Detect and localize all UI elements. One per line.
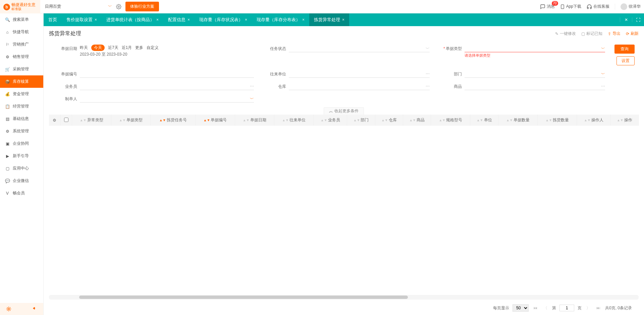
close-icon[interactable]: × <box>302 17 305 22</box>
close-icon[interactable]: × <box>187 17 190 22</box>
ellipsis-icon[interactable]: ⋯ <box>426 71 430 76</box>
maker-select[interactable] <box>80 95 254 103</box>
sidebar-item-marketing[interactable]: ⚐营销推广 <box>0 38 43 51</box>
setting-button[interactable]: 设置 <box>616 56 635 65</box>
sidebar-item-search-menu[interactable]: 🔍搜索菜单 <box>0 13 43 26</box>
tab-配置信息[interactable]: 配置信息× <box>163 13 195 26</box>
user-menu[interactable]: 徐泽华 <box>621 3 641 10</box>
tab-进货单统计表（按商品）[interactable]: 进货单统计表（按商品）× <box>102 13 163 26</box>
chevron-down-icon[interactable]: ﹀ <box>601 46 605 52</box>
store-selector[interactable]: 日用百货 ﹀ <box>45 4 112 9</box>
experience-plan-button[interactable]: 体验行业方案 <box>125 2 159 11</box>
batch-edit-button[interactable]: ✎一键修改 <box>555 31 576 37</box>
close-icon[interactable]: × <box>95 17 97 22</box>
online-service-label: 在线客服 <box>593 4 609 9</box>
col-规格型号[interactable]: ▲▼规格型号 <box>431 115 470 126</box>
tab-首页[interactable]: 首页 <box>44 13 62 26</box>
bill-type-select[interactable] <box>465 45 605 52</box>
bill-no-input[interactable] <box>80 70 254 78</box>
close-tab-button[interactable]: ✕ <box>620 17 632 22</box>
col-异常类型[interactable]: ▲▼异常类型 <box>72 115 111 126</box>
col-往来单位[interactable]: ▲▼往来单位 <box>274 115 313 126</box>
col-拣货任务号[interactable]: ▲▼拣货任务号 <box>151 115 196 126</box>
sidebar-item-collab[interactable]: ▣企业协同 <box>0 137 43 150</box>
tab-现存量（库存分布表）[interactable]: 现存量（库存分布表）× <box>252 13 309 26</box>
chevron-down-icon[interactable]: ﹀ <box>601 71 605 77</box>
col-操作人[interactable]: ▲▼操作人 <box>577 115 610 126</box>
sidebar-item-sales[interactable]: ⚙销售管理 <box>0 51 43 63</box>
gear-icon[interactable] <box>116 4 121 9</box>
sidebar-item-label: 搜索菜单 <box>13 17 29 22</box>
sidebar-item-member[interactable]: V畅会员 <box>0 187 43 199</box>
select-all-checkbox[interactable] <box>64 118 68 122</box>
date-shortcut-custom[interactable]: 自定义 <box>147 45 159 51</box>
svg-rect-1 <box>561 5 564 9</box>
col-部门[interactable]: ▲▼部门 <box>347 115 375 126</box>
col-单据类型[interactable]: ▲▼单据类型 <box>111 115 150 126</box>
col-单据日期[interactable]: ▲▼单据日期 <box>235 115 274 126</box>
tab-现存量（库存状况表）[interactable]: 现存量（库存状况表）× <box>195 13 252 26</box>
operation-icon: 📋 <box>5 104 10 109</box>
date-shortcut-today[interactable]: 今天 <box>91 45 105 51</box>
ellipsis-icon[interactable]: ⋯ <box>601 84 605 88</box>
date-shortcut-7d[interactable]: 近7天 <box>108 45 118 51</box>
close-icon[interactable]: × <box>245 17 247 22</box>
clerk-input[interactable] <box>80 82 254 90</box>
per-page-select[interactable]: 50 <box>513 304 529 312</box>
task-status-select[interactable] <box>289 45 429 52</box>
refresh-button[interactable]: ⟳刷新 <box>626 31 639 37</box>
pager-next-button[interactable]: 〉 <box>585 305 592 311</box>
sidebar-item-operation[interactable]: 📋经营管理 <box>0 100 43 113</box>
col-仓库[interactable]: ▲▼仓库 <box>375 115 403 126</box>
sidebar-item-quick-nav[interactable]: ⌂快捷导航 <box>0 26 43 38</box>
date-shortcut-1m[interactable]: 近1月 <box>122 45 132 51</box>
sidebar-item-app-center[interactable]: ▢应用中心 <box>0 162 43 175</box>
chevron-down-icon[interactable]: ﹀ <box>250 96 254 102</box>
col-单位[interactable]: ▲▼单位 <box>470 115 498 126</box>
close-icon[interactable]: × <box>156 17 159 22</box>
app-download-button[interactable]: App下载 <box>560 4 581 9</box>
settings-gear-icon[interactable] <box>6 306 11 312</box>
close-icon[interactable]: × <box>342 17 344 22</box>
tab-售价提取设置[interactable]: 售价提取设置× <box>62 13 102 26</box>
col-单据编号[interactable]: ▲▼单据编号 <box>196 115 235 126</box>
sidebar-item-purchase[interactable]: 🛒采购管理 <box>0 63 43 75</box>
query-button[interactable]: 查询 <box>614 45 635 54</box>
pager-page-input[interactable] <box>559 305 574 311</box>
col-商品[interactable]: ▲▼商品 <box>403 115 431 126</box>
goods-input[interactable] <box>465 82 605 90</box>
scrollbar-thumb[interactable] <box>79 296 408 299</box>
date-shortcut-yesterday[interactable]: 昨天 <box>80 45 88 51</box>
pager-first-button[interactable]: ⏮ <box>532 306 539 310</box>
col-单据数量[interactable]: ▲▼单据数量 <box>498 115 537 126</box>
ellipsis-icon[interactable]: ⋯ <box>250 84 254 88</box>
sidebar-item-system[interactable]: ⚙系统管理 <box>0 125 43 137</box>
mark-known-button[interactable]: ▢标记已知 <box>581 31 602 37</box>
col-业务员[interactable]: ▲▼业务员 <box>314 115 347 126</box>
pager-prev-button[interactable]: 〈 <box>542 305 549 311</box>
tab-拣货异常处理[interactable]: 拣货异常处理× <box>309 13 349 26</box>
collapse-filters-button[interactable]: ︽ 收起更多条件 <box>324 107 364 115</box>
date-shortcut-more[interactable]: 更多 <box>135 45 143 51</box>
collapse-sidebar-icon[interactable] <box>32 306 37 312</box>
sidebar-item-funds[interactable]: 💰资金管理 <box>0 88 43 100</box>
dept-select[interactable] <box>465 70 605 78</box>
sidebar-item-wechat[interactable]: 💬企业微信 <box>0 175 43 187</box>
online-service-button[interactable]: 在线客服 <box>587 4 609 9</box>
col-操作[interactable]: ▲▼操作 <box>610 115 638 126</box>
warehouse-input[interactable] <box>289 82 429 90</box>
col-拣货数量[interactable]: ▲▼拣货数量 <box>538 115 577 126</box>
fullscreen-button[interactable] <box>632 17 644 22</box>
col-select-all[interactable] <box>60 115 72 126</box>
messages-button[interactable]: 消息 70 <box>540 4 555 9</box>
sidebar-item-guide[interactable]: ▶新手引导 <box>0 150 43 162</box>
horizontal-scrollbar[interactable] <box>49 295 639 300</box>
sidebar-item-inventory[interactable]: 📦库存核算 <box>0 75 43 88</box>
chevron-down-icon[interactable]: ﹀ <box>426 46 430 52</box>
ellipsis-icon[interactable]: ⋯ <box>426 84 430 88</box>
export-button[interactable]: ⇪导出 <box>608 31 621 37</box>
partner-input[interactable] <box>289 70 429 78</box>
pager-last-button[interactable]: ⏭ <box>595 306 602 310</box>
col-settings[interactable]: ⚙ <box>49 115 60 126</box>
sidebar-item-base-info[interactable]: ▤基础信息 <box>0 113 43 125</box>
